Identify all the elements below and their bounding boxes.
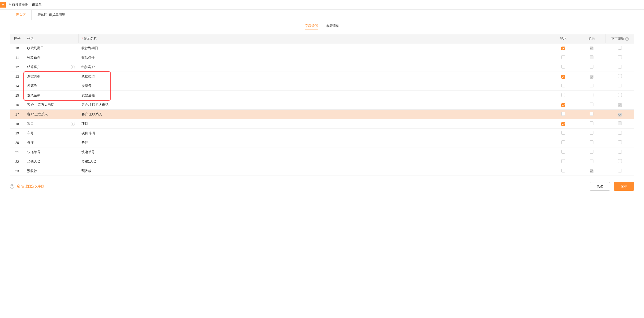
help-icon[interactable]: ?	[10, 184, 14, 188]
show-checkbox[interactable]	[561, 131, 565, 135]
required-checkbox	[590, 55, 594, 59]
row-display-name[interactable]: 发票号	[79, 81, 549, 91]
table-row: 10收款到期日收款到期日	[10, 44, 634, 53]
row-display-name[interactable]: 项目	[79, 119, 549, 128]
readonly-checkbox[interactable]	[618, 84, 622, 88]
row-show-cell	[549, 53, 578, 62]
show-checkbox[interactable]	[561, 75, 565, 79]
row-name: 收款条件	[24, 53, 79, 62]
required-checkbox[interactable]	[590, 93, 594, 97]
header-bar: 当前设置单据： 销货单	[0, 0, 644, 10]
row-display-name[interactable]: 步骤1人员	[79, 157, 549, 166]
show-checkbox[interactable]	[561, 122, 565, 126]
row-seq: 14	[10, 81, 24, 91]
save-button[interactable]: 保存	[614, 182, 634, 191]
row-required-cell	[578, 53, 606, 62]
footer-bar: ? 管理自定义字段 取消 保存	[0, 178, 644, 194]
show-checkbox[interactable]	[561, 93, 565, 97]
required-checkbox[interactable]	[590, 122, 594, 125]
required-star-icon: *	[82, 36, 83, 40]
row-required-cell	[578, 138, 606, 148]
row-seq: 19	[10, 128, 24, 138]
manage-custom-fields-link[interactable]: 管理自定义字段	[17, 184, 44, 188]
readonly-checkbox[interactable]	[618, 65, 622, 68]
readonly-checkbox[interactable]	[618, 74, 622, 78]
row-display-name[interactable]: 客户.主联系人	[79, 110, 549, 119]
row-show-cell	[549, 157, 578, 166]
show-checkbox[interactable]	[561, 140, 565, 144]
show-checkbox[interactable]	[561, 112, 565, 116]
show-checkbox[interactable]	[561, 169, 565, 172]
row-seq: 15	[10, 91, 24, 100]
readonly-checkbox[interactable]	[618, 140, 622, 144]
show-checkbox[interactable]	[561, 103, 565, 107]
sub-tab-0[interactable]: 字段设置	[305, 24, 318, 30]
row-display-name[interactable]: 备注	[79, 138, 549, 148]
plus-icon[interactable]: +	[71, 65, 75, 69]
table-row: 22步骤人员步骤1人员	[10, 157, 634, 166]
col-show: 显示	[549, 34, 578, 44]
row-display-name[interactable]: 票据类型	[79, 72, 549, 81]
show-checkbox[interactable]	[561, 150, 565, 154]
readonly-checkbox[interactable]	[618, 93, 622, 97]
row-display-name[interactable]: 项目.车号	[79, 128, 549, 138]
row-readonly-cell	[606, 62, 634, 72]
row-display-name[interactable]: 快递单号	[79, 148, 549, 157]
row-readonly-cell	[606, 81, 634, 91]
show-checkbox[interactable]	[561, 159, 565, 163]
readonly-checkbox[interactable]	[618, 46, 622, 50]
col-required: 必录	[578, 34, 606, 44]
readonly-checkbox[interactable]	[618, 150, 622, 154]
row-show-cell	[549, 138, 578, 148]
show-checkbox[interactable]	[561, 65, 565, 68]
required-checkbox[interactable]	[590, 112, 594, 116]
row-readonly-cell	[606, 72, 634, 81]
readonly-checkbox[interactable]	[618, 131, 622, 135]
row-readonly-cell	[606, 119, 634, 128]
col-name: 列名	[24, 34, 79, 44]
required-checkbox[interactable]	[590, 140, 594, 144]
readonly-checkbox[interactable]	[618, 55, 622, 59]
readonly-checkbox[interactable]	[618, 169, 622, 172]
row-required-cell	[578, 81, 606, 91]
expand-icon[interactable]	[0, 2, 6, 8]
col-display-name: *显示名称	[79, 34, 549, 44]
row-seq: 18	[10, 119, 24, 128]
show-checkbox[interactable]	[561, 55, 565, 59]
top-tab-0[interactable]: 表头区	[10, 10, 32, 20]
row-seq: 13	[10, 72, 24, 81]
row-required-cell	[578, 157, 606, 166]
row-display-name[interactable]: 预收款	[79, 166, 549, 176]
row-required-cell	[578, 148, 606, 157]
row-display-name[interactable]: 收款条件	[79, 53, 549, 62]
cancel-button[interactable]: 取消	[590, 182, 610, 191]
row-display-name[interactable]: 发票金额	[79, 91, 549, 100]
required-checkbox[interactable]	[590, 131, 594, 135]
required-checkbox[interactable]	[590, 102, 594, 106]
show-checkbox[interactable]	[561, 46, 565, 50]
row-show-cell	[549, 128, 578, 138]
row-seq: 16	[10, 100, 24, 110]
top-tab-1[interactable]: 表体区-销货单明细	[32, 10, 71, 20]
row-display-name[interactable]: 客户.主联系人电话	[79, 100, 549, 110]
row-name: 发票号	[24, 81, 79, 91]
required-checkbox[interactable]	[590, 159, 594, 163]
readonly-checkbox[interactable]	[618, 159, 622, 163]
required-checkbox[interactable]	[590, 150, 594, 154]
sub-tab-1[interactable]: 布局调整	[326, 24, 339, 30]
row-show-cell	[549, 100, 578, 110]
required-checkbox[interactable]	[590, 84, 594, 88]
plus-icon[interactable]: +	[71, 122, 75, 126]
row-name: 客户.主联系人电话	[24, 100, 79, 110]
required-checkbox[interactable]	[590, 65, 594, 68]
show-checkbox[interactable]	[561, 84, 565, 88]
info-icon[interactable]: ?	[625, 37, 629, 41]
row-name: 票据类型	[24, 72, 79, 81]
row-display-name[interactable]: 结算客户	[79, 62, 549, 72]
row-required-cell	[578, 128, 606, 138]
row-show-cell	[549, 91, 578, 100]
row-required-cell	[578, 166, 606, 176]
header-title-prefix: 当前设置单据：	[8, 2, 32, 7]
row-display-name[interactable]: 收款到期日	[79, 44, 549, 53]
row-readonly-cell	[606, 100, 634, 110]
